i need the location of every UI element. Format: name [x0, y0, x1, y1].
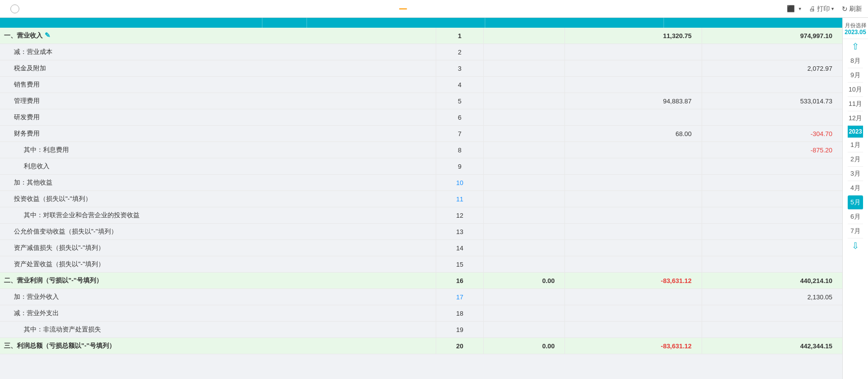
cell-row-num: 5	[436, 93, 483, 109]
cell-row-num: 9	[436, 158, 483, 175]
item-label: 其中：非流动资产处置损失	[24, 326, 101, 333]
cell-month-amount	[483, 28, 565, 44]
item-label: 其中：对联营企业和合营企业的投资收益	[24, 211, 140, 219]
sidebar-month-item[interactable]: 3月	[848, 167, 863, 181]
download-dropdown-arrow[interactable]: ▾	[799, 6, 801, 11]
edit-icon[interactable]: ✎	[45, 31, 51, 39]
table-row: 资产处置收益（损失以"-"填列）15	[0, 256, 842, 273]
cell-item: 研发费用	[0, 109, 436, 126]
cell-month-amount	[483, 142, 565, 158]
cell-row-num: 19	[436, 322, 483, 338]
cell-row-num: 13	[436, 224, 483, 240]
cell-item: 其中：非流动资产处置损失	[0, 322, 436, 338]
cell-lastyear-amount	[702, 224, 842, 240]
table-row: 减：营业成本2	[0, 44, 842, 60]
table-row: 三、利润总额（亏损总额以"-"号填列）200.00-83,631.12442,3…	[0, 338, 842, 354]
cell-year-amount	[565, 44, 702, 60]
cell-row-num: 18	[436, 305, 483, 322]
cell-month-amount	[483, 44, 565, 60]
item-label: 投资收益（损失以"-"填列）	[14, 195, 92, 202]
cell-row-num: 10	[436, 175, 483, 191]
item-label: 资产减值损失（损失以"-"填列）	[14, 244, 104, 251]
cell-month-amount	[483, 126, 565, 142]
cell-year-amount	[565, 207, 702, 224]
cell-lastyear-amount: -304.70	[702, 126, 842, 142]
top-bar: ⬛ ▾ 🖨 打印 ▾ ↻ 刷新	[0, 0, 868, 18]
cell-row-num: 17	[436, 289, 483, 305]
cell-item: 三、利润总额（亏损总额以"-"号填列）	[0, 338, 436, 354]
cell-month-amount	[483, 77, 565, 93]
top-bar-actions: ⬛ ▾ 🖨 打印 ▾ ↻ 刷新	[779, 4, 862, 13]
print-dropdown-arrow[interactable]: ▾	[831, 6, 834, 11]
cell-row-num: 3	[436, 60, 483, 77]
cell-lastyear-amount: 974,997.10	[702, 28, 842, 44]
print-button[interactable]: 🖨 打印 ▾	[809, 4, 834, 13]
cell-lastyear-amount	[702, 44, 842, 60]
item-label: 三、利润总额（亏损总额以"-"号填列）	[4, 342, 115, 349]
table-row: 二、营业利润（亏损以"-"号填列）160.00-83,631.12440,214…	[0, 273, 842, 289]
table-row: 加：其他收益10	[0, 175, 842, 191]
download-button[interactable]: ⬛ ▾	[787, 5, 801, 12]
sidebar-month-item[interactable]: 6月	[848, 210, 863, 224]
cell-lastyear-amount	[702, 305, 842, 322]
content-area: 一、营业收入✎111,320.75974,997.10减：营业成本2税金及附加3…	[0, 18, 842, 379]
sidebar-month-item[interactable]: 10月	[848, 83, 863, 97]
sidebar-month-item[interactable]: 1月	[848, 138, 863, 152]
page-title-area	[391, 8, 407, 9]
status-badge[interactable]	[399, 8, 407, 9]
sidebar-month-item[interactable]: 9月	[848, 68, 863, 83]
cell-month-amount	[483, 322, 565, 338]
cell-lastyear-amount: 533,014.73	[702, 93, 842, 109]
table-row: 其中：对联营企业和合营企业的投资收益12	[0, 207, 842, 224]
cell-item: 管理费用	[0, 93, 436, 109]
cell-item: 其中：利息费用	[0, 142, 436, 158]
sidebar-month-item[interactable]: 8月	[848, 54, 863, 68]
cell-year-amount	[565, 289, 702, 305]
cell-lastyear-amount	[702, 256, 842, 273]
cell-year-amount: 11,320.75	[565, 28, 702, 44]
cell-month-amount	[483, 93, 565, 109]
table-row: 其中：非流动资产处置损失19	[0, 322, 842, 338]
table-row: 减：营业外支出18	[0, 305, 842, 322]
cell-month-amount: 0.00	[483, 273, 565, 289]
cell-lastyear-amount: 2,072.97	[702, 60, 842, 77]
sidebar-month-item[interactable]: 11月	[848, 97, 863, 111]
cell-year-amount	[565, 305, 702, 322]
cell-row-num: 12	[436, 207, 483, 224]
refresh-button[interactable]: ↻ 刷新	[842, 4, 862, 13]
cell-month-amount	[483, 191, 565, 207]
table-row: 加：营业外收入172,130.05	[0, 289, 842, 305]
col-header-lastyear	[664, 18, 842, 28]
cell-lastyear-amount: 440,214.10	[702, 273, 842, 289]
cell-year-amount	[565, 142, 702, 158]
sidebar-month-item[interactable]: 12月	[848, 111, 863, 126]
help-icon[interactable]	[10, 4, 19, 13]
selected-month-year: 2023.05	[844, 29, 867, 37]
cell-month-amount	[483, 207, 565, 224]
sidebar-year-label[interactable]: 2023	[848, 126, 863, 138]
cell-month-amount	[483, 256, 565, 273]
cell-year-amount	[565, 256, 702, 273]
month-sidebar: 月份选择 2023.05 ⇧ 8月9月10月11月12月20231月2月3月4月…	[842, 18, 868, 379]
sidebar-month-item[interactable]: 5月	[848, 195, 863, 210]
sidebar-month-item[interactable]: 2月	[848, 152, 863, 167]
sidebar-month-item[interactable]: 7月	[848, 224, 863, 238]
col-header-month	[307, 18, 485, 28]
cell-lastyear-amount: 2,130.05	[702, 289, 842, 305]
cell-year-amount: -83,631.12	[565, 273, 702, 289]
cell-year-amount	[565, 109, 702, 126]
item-label: 资产处置收益（损失以"-"填列）	[14, 260, 104, 268]
scroll-up-btn[interactable]: ⇧	[850, 39, 861, 54]
cell-row-num: 7	[436, 126, 483, 142]
cell-item: 资产减值损失（损失以"-"填列）	[0, 240, 436, 256]
sidebar-month-item[interactable]: 4月	[848, 181, 863, 195]
cell-month-amount	[483, 240, 565, 256]
item-label: 加：营业外收入	[14, 293, 59, 300]
cell-lastyear-amount	[702, 240, 842, 256]
cell-row-num: 11	[436, 191, 483, 207]
scroll-down-btn[interactable]: ⇩	[850, 238, 861, 253]
item-label: 二、营业利润（亏损以"-"号填列）	[4, 277, 102, 284]
refresh-icon: ↻	[842, 5, 848, 13]
cell-year-amount: 68.00	[565, 126, 702, 142]
cell-row-num: 6	[436, 109, 483, 126]
